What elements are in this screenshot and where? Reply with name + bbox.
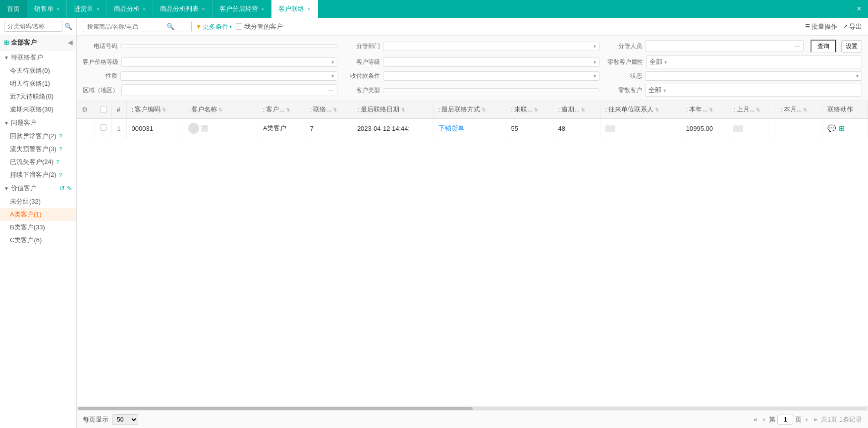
region-select[interactable]: ··· [121, 84, 337, 96]
sidebar-item-declining[interactable]: 持续下滑客户(2) ? [0, 168, 76, 181]
sidebar-item-class-b[interactable]: B类客户(33) [0, 221, 76, 234]
retail-customer-select[interactable]: 全部 ▾ [645, 84, 862, 97]
col-last-month[interactable]: : 上月... ⇅ [728, 101, 775, 118]
retail-attr-select[interactable]: 全部 ▾ [646, 55, 862, 68]
tab-close-analysis-list[interactable]: × [202, 6, 205, 12]
value-customers-label: 价值客户 [11, 184, 37, 193]
phone-input[interactable] [120, 44, 337, 48]
row-checkbox[interactable] [95, 118, 111, 138]
sidebar-item-ungrouped[interactable]: 未分组(32) [0, 195, 76, 208]
sidebar-item-7days[interactable]: 近7天待联络(0) [0, 90, 76, 103]
query-btn[interactable]: 查询 [811, 40, 836, 53]
col-last-date[interactable]: : 最后联络日期 ⇅ [352, 101, 433, 118]
staff-select[interactable]: ··· [645, 40, 804, 52]
col-unit-contact[interactable]: : 往来单位联系人 ⇅ [600, 101, 681, 118]
status-select[interactable]: ▾ [645, 71, 862, 81]
tab-close-sales[interactable]: × [56, 6, 59, 12]
col-contact[interactable]: : 联络... ⇅ [305, 101, 352, 118]
dept-select[interactable]: ▾ [383, 42, 600, 51]
filter-row-staff: 分管人员 ··· 查询 设置 [607, 40, 862, 53]
nav-tab-sales[interactable]: 销售单 × [27, 0, 67, 18]
edit-icon[interactable]: ✎ [67, 185, 72, 192]
payment-select[interactable]: ▾ [383, 71, 600, 81]
retail-customer-label: 零散客户 [607, 86, 642, 95]
sidebar-value-customers-group[interactable]: ▼ 价值客户 ↺ ✎ [0, 181, 76, 195]
refresh-icon[interactable]: ↺ [59, 185, 65, 192]
filter-search-input[interactable] [87, 23, 166, 30]
pagination: « ‹ 第 页 › » 共1页 1条记录 [752, 415, 862, 425]
sidebar-item-churned[interactable]: 已流失客户(24) ? [0, 156, 76, 168]
row-unit-contact [600, 118, 681, 138]
top-nav-close-btn[interactable]: × [850, 0, 868, 18]
nav-tab-purchase[interactable]: 进货单 × [67, 0, 107, 18]
customer-level-select[interactable]: ▾ [383, 57, 600, 67]
filter-row-retail-customer: 零散客户 全部 ▾ [607, 84, 862, 97]
tab-close-purchase[interactable]: × [96, 6, 99, 12]
col-no-contact[interactable]: : 未联... ⇅ [506, 101, 553, 118]
nav-tab-home[interactable]: 首页 [0, 0, 27, 18]
tab-close-customer-contact[interactable]: × [307, 6, 310, 12]
row-last-method[interactable]: 下销货单 [433, 118, 506, 138]
nature-select[interactable]: ▾ [120, 71, 337, 81]
home-label: 首页 [7, 4, 20, 13]
sidebar-problem-customers-group[interactable]: ▼ 问题客户 [0, 116, 76, 130]
col-settings[interactable]: ⚙ [77, 101, 95, 118]
tab-close-customer-mgmt[interactable]: × [261, 6, 264, 12]
dept-dropdown-arrow: ▾ [594, 44, 596, 49]
tab-close-analysis[interactable]: × [143, 6, 146, 12]
header-checkbox[interactable] [100, 107, 107, 113]
help-icon-2[interactable]: ? [59, 146, 62, 152]
sidebar-item-overdue[interactable]: 逾期未联络(30) [0, 103, 76, 116]
scrollbar-thumb[interactable] [78, 407, 473, 410]
my-customers-check[interactable] [236, 23, 242, 30]
export-btn[interactable]: ↗ 导出 [843, 22, 862, 31]
page-size-select[interactable]: 50 100 200 [112, 414, 138, 425]
price-level-select[interactable]: ▾ [121, 57, 337, 67]
col-last-method[interactable]: : 最后联络方式 ⇅ [433, 101, 506, 118]
settings-btn[interactable]: 设置 [841, 40, 862, 53]
row-check[interactable] [100, 124, 107, 131]
nav-tab-analysis-list[interactable]: 商品分析列表 × [153, 0, 212, 18]
col-code[interactable]: : 客户编码 ⇅ [126, 101, 183, 118]
retail-attr-arrow: ▾ [664, 59, 667, 65]
batch-op-btn[interactable]: ☰ 批量操作 [805, 22, 837, 31]
sidebar-search-input[interactable] [4, 21, 62, 32]
col-overdue[interactable]: : 逾期... ⇅ [553, 101, 600, 118]
nav-tab-customer-mgmt[interactable]: 客户分层经营 × [213, 0, 271, 18]
problem-customers-label: 问题客户 [11, 118, 37, 127]
help-icon-3[interactable]: ? [56, 159, 59, 165]
qrcode-icon[interactable]: ⊞ [839, 124, 845, 132]
sidebar-item-tomorrow[interactable]: 明天待联络(1) [0, 77, 76, 90]
prev-page-btn[interactable]: ‹ [761, 415, 767, 424]
sidebar-item-class-a[interactable]: A类客户(1) [0, 208, 76, 221]
col-action: 联络动作 [822, 101, 868, 118]
help-icon-4[interactable]: ? [59, 172, 62, 178]
horizontal-scrollbar[interactable] [77, 406, 868, 411]
sidebar-item-class-c[interactable]: C类客户(6) [0, 234, 76, 247]
more-conditions-btn[interactable]: ▼ 更多条件 ▾ [196, 22, 232, 31]
col-this-year[interactable]: : 本年... ⇅ [681, 101, 728, 118]
last-method-link[interactable]: 下销货单 [438, 124, 464, 132]
chat-icon[interactable]: 💬 [827, 124, 836, 132]
first-page-btn[interactable]: « [752, 415, 760, 424]
next-page-btn[interactable]: › [804, 415, 810, 424]
nav-tab-customer-contact[interactable]: 客户联络 × [271, 0, 318, 18]
nav-tab-analysis[interactable]: 商品分析 × [107, 0, 153, 18]
col-name[interactable]: : 客户名称 ⇅ [183, 101, 258, 118]
filter-row-region: 区域（地区） ··· [83, 84, 337, 97]
customer-type-select[interactable] [383, 88, 600, 92]
sidebar-collapse-btn[interactable]: ◀ [68, 39, 72, 46]
sidebar-search-icon[interactable]: 🔍 [64, 23, 72, 30]
sidebar-item-repurchase-anomaly[interactable]: 回购异常客户(2) ? [0, 130, 76, 143]
page-num-input[interactable] [777, 415, 793, 425]
gear-icon[interactable]: ⚙ [82, 106, 88, 113]
sidebar-item-today[interactable]: 今天待联络(0) [0, 64, 76, 77]
col-level[interactable]: : 客户... ⇅ [258, 101, 305, 118]
help-icon-1[interactable]: ? [59, 133, 62, 139]
col-this-month[interactable]: : 本月... ⇅ [775, 101, 822, 118]
sidebar-pending-contact-group[interactable]: ▼ 待联络客户 [0, 51, 76, 64]
filter-search-icon[interactable]: 🔍 [166, 23, 174, 30]
my-customers-checkbox[interactable]: 我分管的客户 [236, 22, 283, 31]
last-page-btn[interactable]: » [812, 415, 819, 424]
sidebar-item-churn-warning[interactable]: 流失预警客户(3) ? [0, 143, 76, 156]
